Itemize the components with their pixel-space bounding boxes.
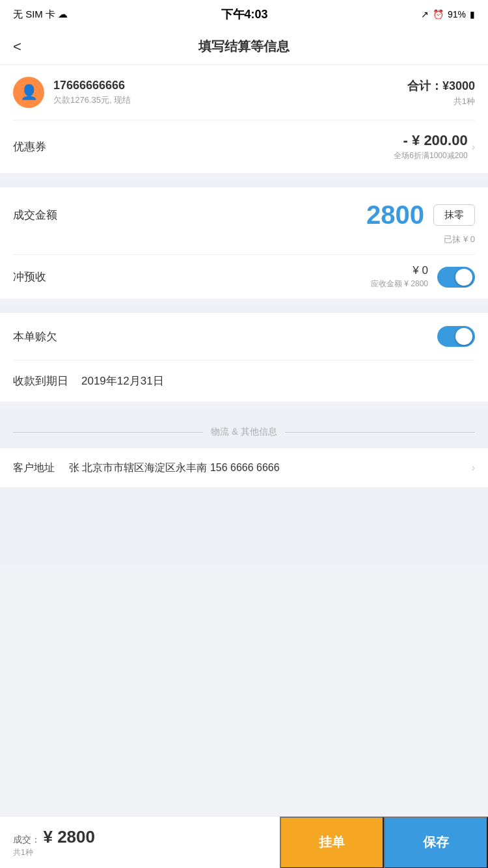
battery-text: 91% <box>448 9 466 20</box>
alarm-icon: ⏰ <box>433 9 444 20</box>
bottom-gray-area <box>0 487 488 565</box>
round-button[interactable]: 抹零 <box>433 204 475 226</box>
credit-toggle[interactable] <box>437 326 475 347</box>
user-right: 合计：¥3000 共1种 <box>407 78 475 107</box>
credit-label: 本单赊欠 <box>13 329 57 344</box>
duedate-label: 收款到期日 <box>13 373 68 388</box>
coupon-label: 优惠券 <box>13 139 46 154</box>
prepaid-label: 冲预收 <box>13 269 46 284</box>
status-right: ↗ ⏰ 91% ▮ <box>421 9 475 20</box>
no-sim-text: 无 SIM 卡 ☁ <box>13 8 68 21</box>
deal-amount-label: 成交金额 <box>13 208 57 223</box>
total-amount: 合计：¥3000 <box>407 78 475 94</box>
prepaid-sub: 应收金额 ¥ 2800 <box>371 278 428 290</box>
address-label: 客户地址 <box>13 461 59 475</box>
page-title: 填写结算等信息 <box>198 38 290 55</box>
content-area: 👤 17666666666 欠款1276.35元, 现结 合计：¥3000 共1… <box>0 65 488 631</box>
back-button[interactable]: < <box>13 38 21 55</box>
credit-card: 本单赊欠 收款到期日 2019年12月31日 <box>0 313 488 401</box>
avatar: 👤 <box>13 77 44 108</box>
coupon-sub: 全场6折满1000减200 <box>394 150 467 161</box>
coupon-row[interactable]: 优惠券 - ¥ 200.00 全场6折满1000减200 › <box>0 120 488 173</box>
user-info: 17666666666 欠款1276.35元, 现结 <box>53 79 131 106</box>
address-chevron-icon: › <box>472 462 475 474</box>
address-row[interactable]: 客户地址 张 北京市市辖区海淀区永丰南 156 6666 6666 › <box>0 448 488 487</box>
status-left: 无 SIM 卡 ☁ <box>13 8 68 21</box>
total-count: 共1种 <box>407 96 475 107</box>
deal-sub: 已抹 ¥ 0 <box>0 234 488 254</box>
user-phone: 17666666666 <box>53 79 131 92</box>
nav-bar: < 填写结算等信息 <box>0 29 488 65</box>
bottom-left: 成交： ¥ 2800 共1种 <box>0 827 280 858</box>
prepaid-amount-block: ¥ 0 应收金额 ¥ 2800 <box>371 264 428 290</box>
duedate-value: 2019年12月31日 <box>81 373 164 388</box>
status-bar: 无 SIM 卡 ☁ 下午4:03 ↗ ⏰ 91% ▮ <box>0 0 488 29</box>
user-left: 👤 17666666666 欠款1276.35元, 现结 <box>13 77 131 108</box>
location-icon: ↗ <box>421 9 429 20</box>
deal-right: 2800 抹零 <box>366 200 475 230</box>
logistics-section-header: 物流 & 其他信息 <box>0 416 488 448</box>
save-button[interactable]: 保存 <box>384 817 488 869</box>
deal-amount-value: 2800 <box>366 200 424 230</box>
gray-separator-2 <box>0 305 488 313</box>
bottom-deal-label-row: 成交： ¥ 2800 <box>13 827 267 847</box>
coupon-amount: - ¥ 200.00 <box>394 132 467 149</box>
prepaid-row: 冲预收 ¥ 0 应收金额 ¥ 2800 <box>0 255 488 299</box>
battery-icon: ▮ <box>470 9 475 20</box>
coupon-block: - ¥ 200.00 全场6折满1000减200 <box>394 132 467 161</box>
section-header-line-right <box>285 432 475 433</box>
deal-amount-row: 成交金额 2800 抹零 <box>0 187 488 234</box>
coupon-chevron-icon: › <box>472 141 475 153</box>
prepaid-amount: ¥ 0 <box>371 264 428 277</box>
deal-card: 成交金额 2800 抹零 已抹 ¥ 0 冲预收 ¥ 0 应收金额 ¥ 2800 <box>0 187 488 299</box>
credit-row: 本单赊欠 <box>0 313 488 360</box>
section-header-text: 物流 & 其他信息 <box>211 426 277 438</box>
user-card: 👤 17666666666 欠款1276.35元, 现结 合计：¥3000 共1… <box>0 65 488 173</box>
status-time: 下午4:03 <box>221 7 268 22</box>
bottom-deal-label: 成交： <box>13 834 40 845</box>
user-sub: 欠款1276.35元, 现结 <box>53 94 131 106</box>
bottom-bar: 成交： ¥ 2800 共1种 挂单 保存 <box>0 816 488 868</box>
prepaid-toggle[interactable] <box>437 267 475 288</box>
gray-separator-1 <box>0 180 488 187</box>
bottom-count: 共1种 <box>13 847 267 858</box>
prepaid-right: ¥ 0 应收金额 ¥ 2800 <box>371 264 475 290</box>
user-row: 👤 17666666666 欠款1276.35元, 现结 合计：¥3000 共1… <box>0 65 488 120</box>
section-header-line-left <box>13 432 203 433</box>
pending-button[interactable]: 挂单 <box>280 817 384 869</box>
gray-separator-3 <box>0 408 488 416</box>
coupon-right: - ¥ 200.00 全场6折满1000减200 › <box>394 132 475 161</box>
address-value: 张 北京市市辖区海淀区永丰南 156 6666 6666 <box>69 460 461 476</box>
bottom-deal-amount: ¥ 2800 <box>43 827 95 847</box>
duedate-row: 收款到期日 2019年12月31日 <box>0 360 488 401</box>
